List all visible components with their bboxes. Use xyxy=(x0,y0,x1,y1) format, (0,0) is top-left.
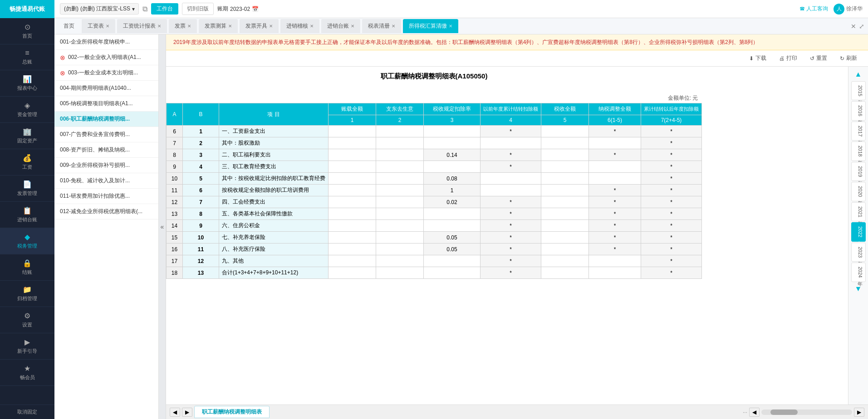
data-cell[interactable] xyxy=(376,185,424,196)
data-cell[interactable] xyxy=(376,173,424,185)
data-cell[interactable] xyxy=(541,232,589,244)
sidebar-item-sales[interactable]: 📋 进销台账 xyxy=(0,202,54,228)
tab-tax-list[interactable]: 税表清册 ✕ xyxy=(362,19,401,33)
report-item-001[interactable]: 001-企业所得税年度纳税申... xyxy=(54,34,158,50)
user-area[interactable]: 人 徐泽华 xyxy=(834,4,863,15)
scroll-left-button[interactable]: ◀ xyxy=(749,408,760,417)
sidebar-item-closing[interactable]: 🔒 结账 xyxy=(0,254,54,281)
year-2019[interactable]: 2019年 xyxy=(851,162,866,181)
data-cell[interactable] xyxy=(589,137,641,149)
bottom-tab-main[interactable]: 职工薪酬纳税调整明细表 xyxy=(194,406,270,418)
year-2023[interactable]: 2023年 xyxy=(851,243,866,262)
year-2024[interactable]: 2024年 xyxy=(851,263,866,282)
data-cell[interactable] xyxy=(481,137,541,149)
sidebar-item-asset-mgmt[interactable]: ◈ 资金管理 xyxy=(0,97,54,123)
data-cell[interactable] xyxy=(376,137,424,149)
copy-icon[interactable]: ⧉ xyxy=(142,5,147,13)
spreadsheet[interactable]: 职工薪酬纳税调整明细表(A105050) 金额单位: 元 xyxy=(166,67,848,404)
tab-home[interactable]: 首页 xyxy=(58,19,80,33)
support-link[interactable]: ☎ 人工客询 xyxy=(799,5,828,13)
sidebar-item-guide[interactable]: ▶ 新手引导 xyxy=(0,333,54,360)
data-cell[interactable] xyxy=(424,267,481,279)
data-cell[interactable] xyxy=(329,185,376,196)
data-cell[interactable] xyxy=(376,255,424,267)
report-item-009[interactable]: 009-企业所得税弥补亏损明... xyxy=(54,158,158,173)
data-cell[interactable] xyxy=(424,220,481,232)
unpin-button[interactable]: 取消固定 xyxy=(0,404,54,419)
refresh-button[interactable]: ↻ 刷新 xyxy=(836,53,861,63)
calendar-icon[interactable]: 📅 xyxy=(252,6,259,12)
data-cell[interactable] xyxy=(329,220,376,232)
sidebar-item-tax[interactable]: ◆ 税务管理 xyxy=(0,228,54,254)
data-cell[interactable] xyxy=(329,161,376,173)
close-icon[interactable]: ✕ xyxy=(187,24,191,29)
report-item-008[interactable]: 008-资产折旧、摊销及纳税... xyxy=(54,142,158,158)
more-icon[interactable]: ··· xyxy=(743,409,747,415)
data-cell[interactable] xyxy=(541,220,589,232)
data-cell[interactable] xyxy=(541,255,589,267)
close-icon[interactable]: ✕ xyxy=(310,24,314,29)
sidebar-item-report[interactable]: 📊 报表中心 xyxy=(0,70,54,97)
close-icon[interactable]: ✕ xyxy=(228,24,232,29)
data-cell[interactable] xyxy=(329,196,376,208)
data-cell[interactable] xyxy=(329,208,376,220)
close-all-icon[interactable]: ✕ xyxy=(851,23,856,30)
close-icon[interactable]: ✕ xyxy=(106,24,109,29)
data-cell[interactable] xyxy=(541,126,589,137)
data-cell[interactable] xyxy=(541,161,589,173)
sidebar-item-home[interactable]: ⊙ 首页 xyxy=(0,18,54,44)
data-cell[interactable] xyxy=(481,173,541,185)
data-cell[interactable] xyxy=(329,137,376,149)
data-cell[interactable] xyxy=(329,244,376,255)
report-item-002[interactable]: ⊗ 002-一般企业收入明细表(A1... xyxy=(54,50,158,65)
data-cell[interactable] xyxy=(541,244,589,255)
close-icon[interactable]: ✕ xyxy=(351,24,354,29)
data-cell[interactable] xyxy=(424,137,481,149)
tab-salary[interactable]: 工资表 ✕ xyxy=(82,19,115,33)
data-cell[interactable] xyxy=(329,149,376,161)
tab-invoice[interactable]: 发票 ✕ xyxy=(169,19,197,33)
data-cell[interactable] xyxy=(541,208,589,220)
report-item-003[interactable]: ⊗ 003-一般企业成本支出明细... xyxy=(54,65,158,81)
data-cell[interactable] xyxy=(424,208,481,220)
year-2015[interactable]: 2015年 xyxy=(851,81,866,100)
data-cell[interactable] xyxy=(541,173,589,185)
data-cell[interactable] xyxy=(329,173,376,185)
year-2021[interactable]: 2021年 xyxy=(851,202,866,221)
data-cell[interactable] xyxy=(376,244,424,255)
year-2018[interactable]: 2018年 xyxy=(851,141,866,161)
sidebar-item-fixed-asset[interactable]: 🏢 固定资产 xyxy=(0,123,54,149)
data-cell[interactable] xyxy=(376,232,424,244)
data-cell[interactable] xyxy=(424,126,481,137)
tab-invoice-issue[interactable]: 发票开具 ✕ xyxy=(240,19,279,33)
workspace-button[interactable]: 工作台 xyxy=(151,3,178,15)
close-icon[interactable]: ✕ xyxy=(449,24,452,29)
data-cell[interactable] xyxy=(329,267,376,279)
year-2017[interactable]: 2017年 xyxy=(851,122,866,141)
data-cell[interactable] xyxy=(589,173,641,185)
sidebar-item-salary[interactable]: 💰 工资 xyxy=(0,149,54,175)
tab-inbound-ledger[interactable]: 进销台账 ✕ xyxy=(321,19,360,33)
data-cell[interactable] xyxy=(541,196,589,208)
next-sheet-button[interactable]: ▶ xyxy=(182,408,192,417)
tab-invoice-calc[interactable]: 发票测算 ✕ xyxy=(199,19,238,33)
data-cell[interactable] xyxy=(424,161,481,173)
horizontal-scrollbar[interactable] xyxy=(761,409,852,415)
report-item-007[interactable]: 007-广告费和业务宣传费明... xyxy=(54,127,158,142)
data-cell[interactable] xyxy=(376,126,424,137)
data-cell[interactable] xyxy=(541,267,589,279)
year-2020[interactable]: 2020年 xyxy=(851,182,866,201)
sidebar-item-member[interactable]: ★ 畅会员 xyxy=(0,360,54,386)
sidebar-item-invoice[interactable]: 📄 发票管理 xyxy=(0,175,54,202)
sidebar-item-ledger[interactable]: ≡ 总账 xyxy=(0,44,54,70)
data-cell[interactable] xyxy=(541,137,589,149)
data-cell[interactable] xyxy=(329,255,376,267)
tab-salary-report[interactable]: 工资统计报表 ✕ xyxy=(117,19,167,33)
reset-button[interactable]: ↺ 重置 xyxy=(806,53,831,63)
report-item-004[interactable]: 004-期间费用明细表(A1040... xyxy=(54,81,158,96)
prev-sheet-button[interactable]: ◀ xyxy=(170,408,180,417)
report-item-005[interactable]: 005-纳税调整项目明细表(A1... xyxy=(54,96,158,112)
year-scroll-down[interactable]: ▼ xyxy=(853,283,864,295)
data-cell[interactable] xyxy=(481,185,541,196)
data-cell[interactable] xyxy=(589,255,641,267)
